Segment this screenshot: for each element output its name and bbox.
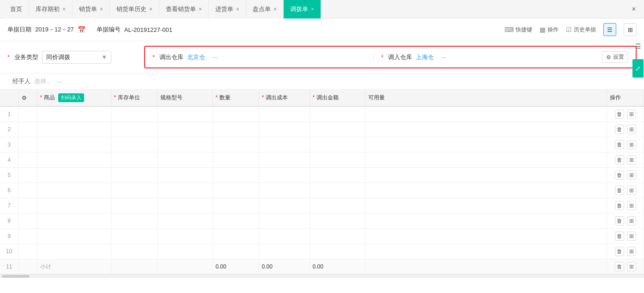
row-qty[interactable] [213, 214, 259, 229]
tab-home[interactable]: 首页 [4, 0, 29, 18]
warehouse-in-value[interactable]: 上海仓 [416, 53, 434, 61]
tab-inventory-count[interactable]: 盘点单 × [246, 0, 284, 18]
warehouse-out-more-icon[interactable]: ··· [213, 54, 218, 61]
row-product[interactable] [37, 214, 111, 229]
row-unit[interactable] [111, 244, 157, 259]
row-amount[interactable] [310, 229, 365, 244]
tab-close-inventory-init[interactable]: × [62, 6, 66, 12]
row-product[interactable] [37, 198, 111, 214]
row-amount[interactable] [310, 183, 365, 198]
row-amount[interactable] [310, 198, 365, 214]
row-product[interactable] [37, 244, 111, 259]
row-spec[interactable] [157, 106, 213, 122]
tab-close-sales-order[interactable]: × [100, 6, 103, 12]
row-product[interactable] [37, 229, 111, 244]
row-cost[interactable] [259, 244, 310, 259]
tab-view-sales[interactable]: 查看销货单 × [159, 0, 209, 18]
sidebar-list-icon[interactable]: ☰ [632, 37, 644, 55]
tab-close-sales-history[interactable]: × [149, 6, 152, 12]
tab-close-transfer-order[interactable]: × [311, 6, 314, 12]
row-cost[interactable] [259, 106, 310, 122]
row-qty[interactable] [213, 168, 259, 183]
row-unit[interactable] [111, 122, 157, 137]
row-cost[interactable] [259, 214, 310, 229]
tab-close-inventory-count[interactable]: × [273, 6, 277, 12]
horizontal-scrollbar[interactable] [0, 274, 644, 278]
row-qty[interactable] [213, 122, 259, 137]
row-delete-icon[interactable]: 🗑 [615, 125, 624, 134]
row-delete-icon[interactable]: 🗑 [615, 171, 624, 180]
row-product[interactable] [37, 168, 111, 183]
operation-button[interactable]: ▦ 操作 [540, 26, 559, 34]
row-amount[interactable] [310, 153, 365, 168]
row-delete-icon[interactable]: 🗑 [615, 110, 624, 119]
row-spec[interactable] [157, 153, 213, 168]
handler-more-icon[interactable]: ··· [57, 78, 62, 85]
row-product[interactable] [37, 153, 111, 168]
row-cost[interactable] [259, 229, 310, 244]
row-amount[interactable] [310, 137, 365, 153]
row-qty[interactable] [213, 183, 259, 198]
row-delete-icon[interactable]: 🗑 [615, 232, 624, 241]
row-amount[interactable] [310, 168, 365, 183]
tab-purchase-order[interactable]: 进货单 × [209, 0, 246, 18]
sidebar-expand-icon[interactable]: ⤢ [632, 59, 644, 78]
row-unit[interactable] [111, 168, 157, 183]
row-delete-icon[interactable]: 🗑 [615, 201, 624, 210]
row-unit[interactable] [111, 214, 157, 229]
layout-list-button[interactable]: ☰ [603, 23, 616, 36]
row-qty[interactable] [213, 106, 259, 122]
scroll-thumb[interactable] [2, 275, 30, 278]
row-delete-icon[interactable]: 🗑 [615, 262, 624, 271]
row-cost[interactable] [259, 183, 310, 198]
row-amount[interactable] [310, 106, 365, 122]
handler-select[interactable]: 选择... [34, 77, 51, 85]
th-settings[interactable]: ⚙ [18, 90, 37, 106]
shortcut-button[interactable]: ⌨ 快捷键 [504, 26, 532, 34]
settings-button[interactable]: ⚙ 设置 [602, 51, 628, 63]
table-settings-gear-icon[interactable]: ⚙ [22, 95, 27, 101]
row-spec[interactable] [157, 183, 213, 198]
row-spec[interactable] [157, 229, 213, 244]
warehouse-in-more-icon[interactable]: ··· [441, 54, 446, 61]
row-delete-icon[interactable]: 🗑 [615, 247, 624, 256]
row-delete-icon[interactable]: 🗑 [615, 140, 624, 149]
row-spec[interactable] [157, 122, 213, 137]
row-cost[interactable] [259, 198, 310, 214]
row-unit[interactable] [111, 229, 157, 244]
history-button[interactable]: ☑ 历史单据 [566, 26, 596, 34]
row-unit[interactable] [111, 137, 157, 153]
row-product[interactable] [37, 106, 111, 122]
row-cost[interactable] [259, 137, 310, 153]
scan-button[interactable]: 扫码录入 [58, 93, 84, 102]
row-qty[interactable] [213, 153, 259, 168]
business-type-select[interactable]: 同价调拨 ▼ [42, 51, 111, 64]
row-cost[interactable] [259, 153, 310, 168]
row-amount[interactable] [310, 244, 365, 259]
row-product[interactable] [37, 183, 111, 198]
tab-sales-history[interactable]: 销货单历史 × [110, 0, 159, 18]
row-amount[interactable] [310, 214, 365, 229]
row-unit[interactable] [111, 183, 157, 198]
row-cost[interactable] [259, 122, 310, 137]
row-product[interactable] [37, 137, 111, 153]
tab-close-view-sales[interactable]: × [199, 6, 202, 12]
row-qty[interactable] [213, 244, 259, 259]
row-spec[interactable] [157, 214, 213, 229]
tab-transfer-order[interactable]: 调拨单 × [284, 0, 321, 18]
warehouse-out-value[interactable]: 北京仓 [187, 53, 205, 61]
row-qty[interactable] [213, 229, 259, 244]
tab-close-purchase-order[interactable]: × [236, 6, 239, 12]
row-qty[interactable] [213, 198, 259, 214]
row-unit[interactable] [111, 106, 157, 122]
row-spec[interactable] [157, 198, 213, 214]
row-spec[interactable] [157, 137, 213, 153]
row-qty[interactable] [213, 137, 259, 153]
row-product[interactable] [37, 122, 111, 137]
row-unit[interactable] [111, 153, 157, 168]
row-spec[interactable] [157, 168, 213, 183]
tab-inventory-init[interactable]: 库存期初 × [29, 0, 73, 18]
row-amount[interactable] [310, 122, 365, 137]
calendar-icon[interactable]: 📅 [78, 26, 85, 33]
row-delete-icon[interactable]: 🗑 [615, 186, 624, 195]
